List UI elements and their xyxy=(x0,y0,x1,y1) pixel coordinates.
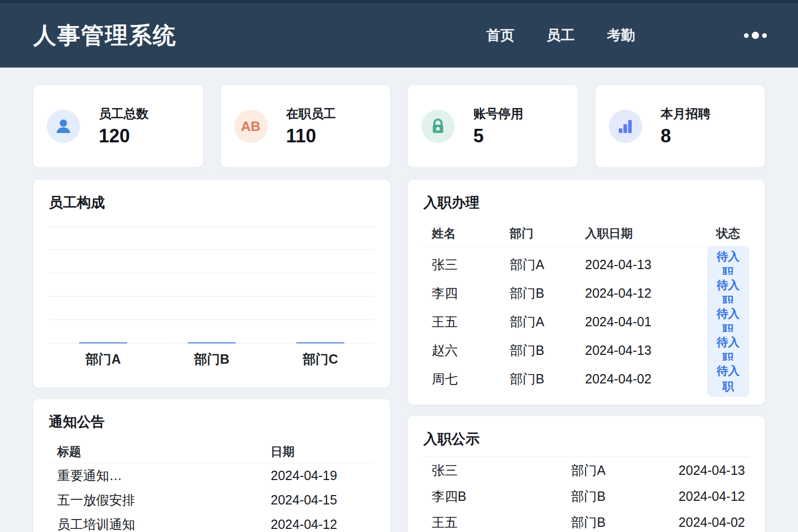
publicity-list: 张三 部门A 2024-04-13 李四B 部门B 2024-04-12 王五 … xyxy=(423,457,749,532)
notices-title: 通知公告 xyxy=(49,413,375,431)
col-header-date: 入职日期 xyxy=(585,225,707,242)
ellipsis-icon[interactable] xyxy=(744,32,767,39)
nav-item-employees[interactable]: 员工 xyxy=(547,26,575,45)
onboarding-row[interactable]: 李四 部门B 2024-04-12 待入职 xyxy=(423,275,749,303)
notice-date: 2024-04-12 xyxy=(271,517,375,532)
onboarding-row[interactable]: 周七 部门B 2024-04-02 待入职 xyxy=(423,361,749,389)
notice-date: 2024-04-19 xyxy=(271,468,375,483)
notices-card: 通知公告 标题 日期 重要通知… 2024-04-19 五一放假安排 2024-… xyxy=(33,399,390,532)
notice-title: 重要通知… xyxy=(57,467,271,484)
employee-name: 李四 xyxy=(432,285,510,302)
notice-title: 员工培训通知 xyxy=(57,516,271,532)
nav-item-attendance[interactable]: 考勤 xyxy=(607,26,635,45)
lock-icon xyxy=(421,110,455,143)
stat-label: 本月招聘 xyxy=(661,105,711,122)
bar-dept-b xyxy=(188,342,236,343)
stat-card-active-employees: AB 在职员工 110 xyxy=(221,85,391,167)
stats-row: 员工总数 120 AB 在职员工 110 账号停用 5 xyxy=(0,68,798,167)
stat-card-monthly-hires: 本月招聘 8 xyxy=(595,85,765,167)
stat-value: 110 xyxy=(286,125,336,147)
x-axis-labels: 部门A 部门B 部门C xyxy=(49,351,375,368)
col-header-title: 标题 xyxy=(57,444,271,460)
x-label: 部门B xyxy=(157,351,266,368)
publicity-row[interactable]: 李四B 部门B 2024-04-12 xyxy=(423,483,749,509)
onboard-date: 2024-04-13 xyxy=(585,257,707,272)
onboarding-row[interactable]: 张三 部门A 2024-04-13 待入职 xyxy=(423,246,749,275)
top-navbar: 人事管理系统 首页 员工 考勤 xyxy=(0,0,798,68)
onboard-date: 2024-04-13 xyxy=(585,343,707,358)
col-header-status: 状态 xyxy=(707,225,749,242)
employee-name: 周七 xyxy=(432,370,510,388)
chart-title: 员工构成 xyxy=(49,193,375,212)
onboarding-row[interactable]: 赵六 部门B 2024-04-13 待入职 xyxy=(423,332,749,361)
publicity-row[interactable]: 王五 部门B 2024-04-02 xyxy=(423,509,749,532)
employee-dept: 部门B xyxy=(571,514,651,531)
publicity-date: 2024-04-12 xyxy=(651,489,745,504)
nav-item-home[interactable]: 首页 xyxy=(486,26,514,45)
employee-dept: 部门B xyxy=(510,285,585,302)
employee-name: 王五 xyxy=(432,313,510,330)
stat-value: 120 xyxy=(99,125,149,147)
employee-name: 张三 xyxy=(432,462,571,479)
main-nav: 首页 员工 考勤 xyxy=(486,26,767,45)
x-label: 部门C xyxy=(266,351,375,368)
bar-chart xyxy=(49,227,375,343)
publicity-date: 2024-04-02 xyxy=(651,515,745,530)
col-header-date: 日期 xyxy=(271,444,375,460)
onboard-date: 2024-04-01 xyxy=(585,314,707,329)
stat-card-total-employees: 员工总数 120 xyxy=(33,85,203,167)
employee-dept: 部门A xyxy=(510,256,585,273)
onboard-date: 2024-04-12 xyxy=(585,286,707,301)
onboarding-title: 入职办理 xyxy=(423,193,749,212)
x-label: 部门A xyxy=(49,351,157,368)
onboard-date: 2024-04-02 xyxy=(585,371,707,387)
avatar-initials: AB xyxy=(241,118,261,135)
main-content: 员工构成 部门A 部门B 部门C 通知公告 标题 日期 重要通知… xyxy=(0,167,798,532)
publicity-row[interactable]: 张三 部门A 2024-04-13 xyxy=(423,457,749,483)
col-header-dept: 部门 xyxy=(510,225,585,242)
onboarding-row[interactable]: 王五 部门A 2024-04-01 待入职 xyxy=(423,303,749,332)
onboarding-card: 入职办理 姓名 部门 入职日期 状态 张三 部门A 2024-04-13 待入职… xyxy=(408,180,765,405)
employee-name: 张三 xyxy=(432,256,510,273)
stat-card-disabled-accounts: 账号停用 5 xyxy=(408,85,578,167)
notice-row[interactable]: 重要通知… 2024-04-19 xyxy=(49,463,375,488)
employee-name: 李四B xyxy=(432,488,571,505)
employee-name: 赵六 xyxy=(432,342,510,359)
employee-dept: 部门B xyxy=(510,370,585,388)
stat-label: 在职员工 xyxy=(286,105,336,122)
employee-composition-card: 员工构成 部门A 部门B 部门C xyxy=(33,180,390,388)
col-header-name: 姓名 xyxy=(432,225,510,242)
right-column: 入职办理 姓名 部门 入职日期 状态 张三 部门A 2024-04-13 待入职… xyxy=(408,180,765,532)
publicity-card: 入职公示 张三 部门A 2024-04-13 李四B 部门B 2024-04-1… xyxy=(408,416,765,532)
notices-table: 标题 日期 重要通知… 2024-04-19 五一放假安排 2024-04-15… xyxy=(49,441,375,532)
notice-title: 五一放假安排 xyxy=(57,491,271,509)
bar-dept-a xyxy=(79,342,127,343)
stat-value: 8 xyxy=(661,125,711,147)
stat-value: 5 xyxy=(473,125,523,147)
initials-avatar: AB xyxy=(234,110,268,143)
notice-date: 2024-04-15 xyxy=(271,493,375,508)
stat-label: 员工总数 xyxy=(99,105,149,122)
employee-dept: 部门B xyxy=(571,488,651,505)
employee-dept: 部门A xyxy=(571,462,651,479)
bar-dept-c xyxy=(296,342,344,343)
employee-dept: 部门B xyxy=(510,342,585,359)
status-badge[interactable]: 待入职 xyxy=(707,361,749,397)
left-column: 员工构成 部门A 部门B 部门C 通知公告 标题 日期 重要通知… xyxy=(33,180,390,532)
user-icon xyxy=(47,110,80,143)
publicity-title: 入职公示 xyxy=(423,430,749,448)
notice-row[interactable]: 员工培训通知 2024-04-12 xyxy=(49,512,375,532)
stat-label: 账号停用 xyxy=(473,105,523,122)
notice-row[interactable]: 五一放假安排 2024-04-15 xyxy=(49,488,375,512)
app-title: 人事管理系统 xyxy=(33,20,177,51)
employee-name: 王五 xyxy=(432,514,571,531)
table-header-row: 标题 日期 xyxy=(49,441,375,463)
onboarding-table: 姓名 部门 入职日期 状态 张三 部门A 2024-04-13 待入职 李四 部… xyxy=(423,221,749,389)
table-header-row: 姓名 部门 入职日期 状态 xyxy=(423,221,749,246)
bar-chart-icon xyxy=(609,110,642,143)
employee-dept: 部门A xyxy=(510,313,585,330)
publicity-date: 2024-04-13 xyxy=(651,463,745,478)
